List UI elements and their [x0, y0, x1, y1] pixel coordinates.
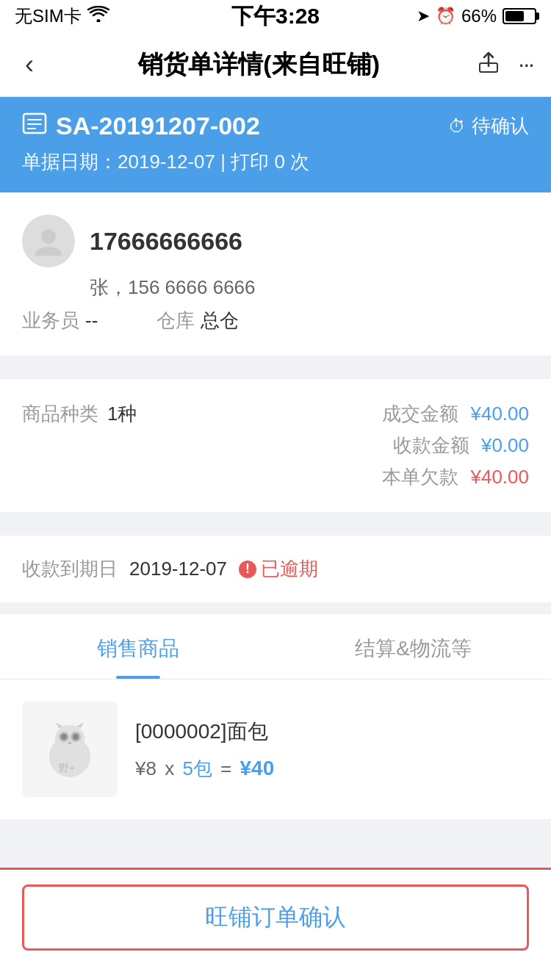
debt-amount-label: 本单欠款 [382, 464, 458, 490]
deal-amount-label: 成交金额 [382, 401, 458, 427]
status-bar-time: 下午3:28 [231, 1, 320, 32]
product-multiply: x [159, 757, 179, 780]
nav-bar: ‹ 销货单详情(来自旺铺) ··· [0, 32, 551, 97]
due-label: 收款到期日 [22, 556, 118, 582]
overdue-badge: ! 已逾期 [239, 556, 318, 582]
share-icon[interactable] [477, 50, 500, 79]
summary-section: 商品种类 1种 成交金额 ¥40.00 收款金额 ¥0.00 本单欠款 ¥40.… [0, 379, 551, 512]
receipt-amount-row: 收款金额 ¥0.00 [393, 433, 529, 458]
product-section: 野+ [0000002]面包 ¥8 x 5包 = ¥40 [0, 680, 551, 819]
product-name: [0000002]面包 [135, 718, 529, 746]
confirm-button[interactable]: 旺铺订单确认 [22, 884, 529, 951]
carrier-label: 无SIM卡 [15, 4, 82, 28]
svg-text:野+: 野+ [59, 762, 75, 774]
battery-percent: 66% [461, 6, 497, 26]
tabs-section: 销售商品 结算&物流等 [0, 614, 551, 680]
status-text: 待确认 [472, 113, 529, 139]
product-placeholder: 野+ [37, 716, 103, 782]
summary-right: 成交金额 ¥40.00 收款金额 ¥0.00 本单欠款 ¥40.00 [382, 401, 529, 490]
product-type-row: 商品种类 1种 [22, 401, 137, 427]
more-icon[interactable]: ··· [518, 51, 533, 78]
deal-amount-value: ¥40.00 [470, 403, 529, 425]
product-price-row: ¥8 x 5包 = ¥40 [135, 756, 529, 782]
battery-icon [503, 8, 536, 24]
debt-amount-value: ¥40.00 [470, 466, 529, 489]
tab-settlement[interactable]: 结算&物流等 [276, 614, 551, 679]
order-icon [22, 112, 47, 140]
product-type-label: 商品种类 [22, 401, 98, 427]
product-info: [0000002]面包 ¥8 x 5包 = ¥40 [135, 718, 529, 782]
salesperson-label: 业务员 [22, 308, 79, 334]
svg-point-10 [61, 734, 67, 740]
alarm-icon: ⏰ [436, 7, 455, 26]
warehouse-item: 仓库 总仓 [156, 308, 239, 334]
status-bar: 无SIM卡 下午3:28 ➤ ⏰ 66% [0, 0, 551, 32]
nav-actions: ··· [477, 50, 533, 79]
customer-contact: 张，156 6666 6666 [90, 275, 529, 300]
customer-meta: 业务员 -- 仓库 总仓 [22, 308, 529, 334]
clock-icon: ⏱ [448, 116, 466, 137]
order-id-text: SA-20191207-002 [56, 112, 260, 140]
product-type-value: 1种 [107, 401, 137, 427]
product-total: ¥40 [240, 757, 274, 780]
back-button[interactable]: ‹ [18, 42, 41, 87]
receipt-amount-label: 收款金额 [393, 433, 469, 458]
overdue-dot-icon: ! [239, 561, 256, 578]
bottom-action-bar: 旺铺订单确认 [0, 868, 551, 980]
warehouse-label: 仓库 [156, 308, 195, 334]
product-qty: 5包 [182, 756, 212, 782]
order-date: 单据日期：2019-12-07 | 打印 0 次 [22, 149, 529, 175]
due-date-value: 2019-12-07 [129, 558, 227, 580]
order-banner-top: SA-20191207-002 ⏱ 待确认 [22, 112, 529, 140]
product-item: 野+ [0000002]面包 ¥8 x 5包 = ¥40 [22, 702, 529, 797]
deal-amount-row: 成交金额 ¥40.00 [382, 401, 529, 427]
order-id: SA-20191207-002 [22, 112, 260, 140]
product-image: 野+ [22, 702, 118, 797]
warehouse-value: 总仓 [201, 308, 239, 334]
svg-point-12 [73, 734, 79, 740]
status-bar-left: 无SIM卡 [15, 4, 109, 28]
salesperson-value: -- [85, 309, 98, 332]
divider-3 [0, 602, 551, 614]
receipt-amount-value: ¥0.00 [481, 434, 529, 457]
product-equal: = [215, 757, 237, 780]
customer-section: 17666666666 张，156 6666 6666 业务员 -- 仓库 总仓 [0, 192, 551, 356]
customer-row: 17666666666 [22, 215, 529, 267]
salesperson-item: 业务员 -- [22, 308, 98, 334]
tab-sales-product[interactable]: 销售商品 [0, 614, 276, 679]
svg-point-6 [41, 229, 56, 244]
status-bar-right: ➤ ⏰ 66% [417, 6, 536, 26]
page-title: 销货单详情(来自旺铺) [138, 48, 380, 82]
customer-phone: 17666666666 [90, 227, 242, 256]
divider-1 [0, 367, 551, 379]
due-section: 收款到期日 2019-12-07 ! 已逾期 [0, 536, 551, 602]
wifi-icon [87, 6, 109, 26]
debt-amount-row: 本单欠款 ¥40.00 [382, 464, 529, 490]
order-status: ⏱ 待确认 [448, 113, 529, 139]
overdue-text: 已逾期 [261, 556, 318, 582]
divider-2 [0, 524, 551, 536]
product-price: ¥8 [135, 757, 156, 780]
location-icon: ➤ [417, 7, 430, 26]
summary-left: 商品种类 1种 [22, 401, 137, 427]
order-banner: SA-20191207-002 ⏱ 待确认 单据日期：2019-12-07 | … [0, 97, 551, 192]
avatar [22, 215, 75, 267]
